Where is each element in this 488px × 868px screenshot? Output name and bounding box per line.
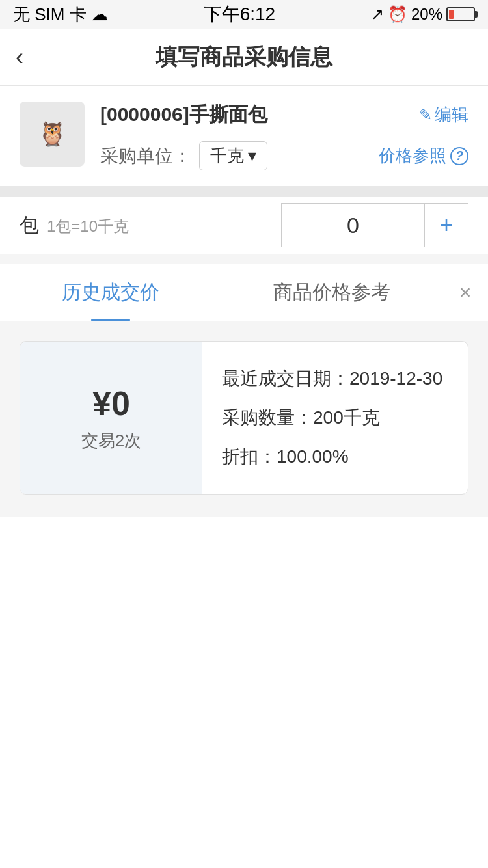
tabs-close-button[interactable]: × bbox=[442, 264, 488, 321]
tabs-header: 历史成交价 商品价格参考 × bbox=[0, 264, 488, 321]
location-icon: ↗ bbox=[371, 5, 384, 23]
price-number: 0 bbox=[111, 385, 130, 422]
discount-row: 折扣：100.00% bbox=[222, 443, 448, 470]
purchase-unit-label: 采购单位： bbox=[100, 144, 191, 169]
status-bar: 无 SIM 卡 ☁ 下午6:12 ↗ ⏰ 20% bbox=[0, 0, 488, 29]
product-section: 🦉 [0000006]手撕面包 ✎ 编辑 采购单位： 千克 ▾ bbox=[0, 86, 488, 186]
card-price-value: ¥0 bbox=[92, 384, 130, 423]
remaining-area bbox=[0, 517, 488, 868]
product-name-row: [0000006]手撕面包 ✎ 编辑 bbox=[100, 102, 468, 128]
quantity-unit: 包 bbox=[20, 212, 39, 239]
discount-label: 折扣： bbox=[222, 446, 277, 467]
product-full-name: [0000006]手撕面包 bbox=[100, 102, 267, 128]
quantity-input-group: + bbox=[281, 203, 468, 247]
back-button[interactable]: ‹ bbox=[16, 44, 23, 71]
price-reference-button[interactable]: 价格参照 ? bbox=[379, 144, 468, 167]
price-symbol: ¥ bbox=[92, 385, 111, 422]
discount-value: 100.00% bbox=[277, 446, 349, 467]
product-image-placeholder: 🦉 bbox=[38, 120, 67, 148]
recent-date-label: 最近成交日期： bbox=[222, 368, 349, 388]
alarm-icon: ⏰ bbox=[388, 5, 407, 23]
tab-history-price[interactable]: 历史成交价 bbox=[0, 264, 221, 321]
purchase-qty-label: 采购数量： bbox=[222, 407, 313, 427]
dropdown-arrow-icon: ▾ bbox=[248, 146, 256, 166]
quantity-label-group: 包 1包=10千克 bbox=[20, 212, 129, 239]
price-ref-help-icon: ? bbox=[450, 147, 468, 165]
product-info: [0000006]手撕面包 ✎ 编辑 采购单位： 千克 ▾ 价格参照 ? bbox=[100, 102, 468, 170]
unit-value: 千克 bbox=[210, 144, 244, 167]
sim-status: 无 SIM 卡 ☁ bbox=[13, 3, 108, 26]
tabs-section: 历史成交价 商品价格参考 × ¥0 交易2次 最近成交日期：2019-12-30… bbox=[0, 264, 488, 517]
trade-count: 交易2次 bbox=[81, 429, 141, 452]
section-divider bbox=[0, 186, 488, 197]
status-time: 下午6:12 bbox=[204, 2, 276, 27]
product-row: 🦉 [0000006]手撕面包 ✎ 编辑 采购单位： 千克 ▾ bbox=[20, 102, 468, 170]
status-right: ↗ ⏰ 20% bbox=[371, 5, 475, 23]
product-thumbnail: 🦉 bbox=[20, 102, 85, 167]
page-header: ‹ 填写商品采购信息 bbox=[0, 29, 488, 86]
quantity-section: 包 1包=10千克 + bbox=[0, 197, 488, 254]
quantity-input[interactable] bbox=[281, 203, 424, 247]
card-price-section: ¥0 交易2次 bbox=[20, 342, 202, 494]
edit-icon: ✎ bbox=[419, 106, 432, 124]
transaction-card: ¥0 交易2次 最近成交日期：2019-12-30 采购数量：200千克 折扣：… bbox=[20, 341, 468, 495]
price-ref-label: 价格参照 bbox=[379, 144, 446, 167]
edit-label: 编辑 bbox=[435, 103, 468, 126]
purchase-unit-row: 采购单位： 千克 ▾ 价格参照 ? bbox=[100, 141, 468, 170]
card-detail-section: 最近成交日期：2019-12-30 采购数量：200千克 折扣：100.00% bbox=[202, 342, 468, 494]
quantity-conversion-note: 1包=10千克 bbox=[47, 216, 129, 237]
purchase-qty-row: 采购数量：200千克 bbox=[222, 404, 448, 431]
quantity-plus-button[interactable]: + bbox=[424, 203, 468, 247]
battery-icon bbox=[446, 7, 475, 21]
recent-date-row: 最近成交日期：2019-12-30 bbox=[222, 365, 448, 392]
battery-percent: 20% bbox=[411, 5, 442, 23]
page-title: 填写商品采购信息 bbox=[156, 42, 332, 72]
tab-content-area: ¥0 交易2次 最近成交日期：2019-12-30 采购数量：200千克 折扣：… bbox=[0, 321, 488, 517]
purchase-unit-left: 采购单位： 千克 ▾ bbox=[100, 141, 267, 170]
edit-button[interactable]: ✎ 编辑 bbox=[419, 103, 468, 126]
tab-product-price-reference[interactable]: 商品价格参考 bbox=[221, 264, 442, 321]
purchase-qty-value: 200千克 bbox=[313, 407, 380, 427]
unit-select[interactable]: 千克 ▾ bbox=[199, 141, 267, 170]
status-left: 无 SIM 卡 ☁ bbox=[13, 3, 108, 26]
recent-date-value: 2019-12-30 bbox=[349, 368, 442, 388]
